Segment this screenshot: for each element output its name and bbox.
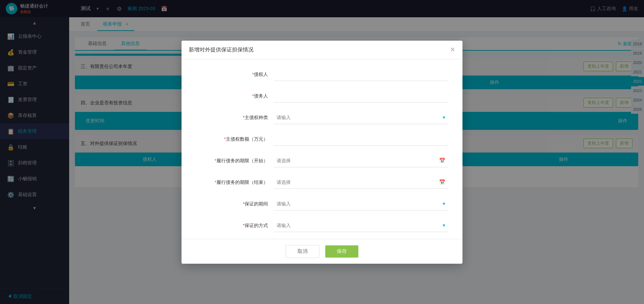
- input-creditor[interactable]: [274, 68, 448, 81]
- guarantee-method-input[interactable]: [274, 219, 440, 232]
- period-end-input[interactable]: [274, 176, 436, 189]
- form-row-guarantee-period: *保证的期间 ▾: [196, 198, 448, 210]
- dialog-overlay: 新增对外提供保证担保情况 ✕ *债权人 *债务人 *主债权种类: [0, 0, 644, 304]
- label-debtor: *债务人: [196, 93, 268, 99]
- label-guarantee-method: *保证的方式: [196, 222, 268, 229]
- dialog-close-button[interactable]: ✕: [450, 46, 455, 53]
- form-row-creditor: *债权人: [196, 68, 448, 81]
- guarantee-period-input[interactable]: [274, 198, 440, 210]
- label-debt-type: *主债权种类: [196, 114, 268, 121]
- date-period-end[interactable]: 📅: [274, 176, 448, 189]
- dialog: 新增对外提供保证担保情况 ✕ *债权人 *债务人 *主债权种类: [182, 41, 462, 264]
- cancel-button[interactable]: 取消: [286, 245, 319, 258]
- save-button[interactable]: 保存: [325, 245, 358, 258]
- label-debt-amount: *主债权数额（万元）: [196, 136, 268, 142]
- form-row-debt-amount: *主债权数额（万元）: [196, 133, 448, 146]
- period-start-input[interactable]: [274, 154, 436, 167]
- form-row-debtor: *债务人: [196, 90, 448, 103]
- guarantee-period-arrow[interactable]: ▾: [440, 201, 448, 207]
- dialog-header: 新增对外提供保证担保情况 ✕: [182, 41, 462, 59]
- debt-type-input[interactable]: [274, 111, 440, 124]
- guarantee-method-arrow[interactable]: ▾: [440, 222, 448, 228]
- input-debtor[interactable]: [274, 90, 448, 103]
- dialog-body: *债权人 *债务人 *主债权种类 ▾: [182, 59, 462, 239]
- form-row-guarantee-method: *保证的方式 ▾: [196, 219, 448, 232]
- dialog-title: 新增对外提供保证担保情况: [189, 46, 254, 53]
- label-guarantee-period: *保证的期间: [196, 201, 268, 207]
- label-period-end: *履行债务的期限（结束）: [196, 179, 268, 186]
- form-row-debt-type: *主债权种类 ▾: [196, 111, 448, 124]
- debt-type-arrow[interactable]: ▾: [440, 114, 448, 120]
- calendar-start-icon[interactable]: 📅: [436, 158, 448, 163]
- form-row-period-start: *履行债务的期限（开始） 📅: [196, 154, 448, 167]
- select-guarantee-period[interactable]: ▾: [274, 198, 448, 210]
- dialog-footer: 取消 保存: [182, 239, 462, 264]
- form-row-period-end: *履行债务的期限（结束） 📅: [196, 176, 448, 189]
- label-period-start: *履行债务的期限（开始）: [196, 158, 268, 164]
- date-period-start[interactable]: 📅: [274, 154, 448, 167]
- select-debt-type[interactable]: ▾: [274, 111, 448, 124]
- label-creditor: *债权人: [196, 71, 268, 78]
- calendar-end-icon[interactable]: 📅: [436, 179, 448, 185]
- select-guarantee-method[interactable]: ▾: [274, 219, 448, 232]
- input-debt-amount[interactable]: [274, 133, 448, 146]
